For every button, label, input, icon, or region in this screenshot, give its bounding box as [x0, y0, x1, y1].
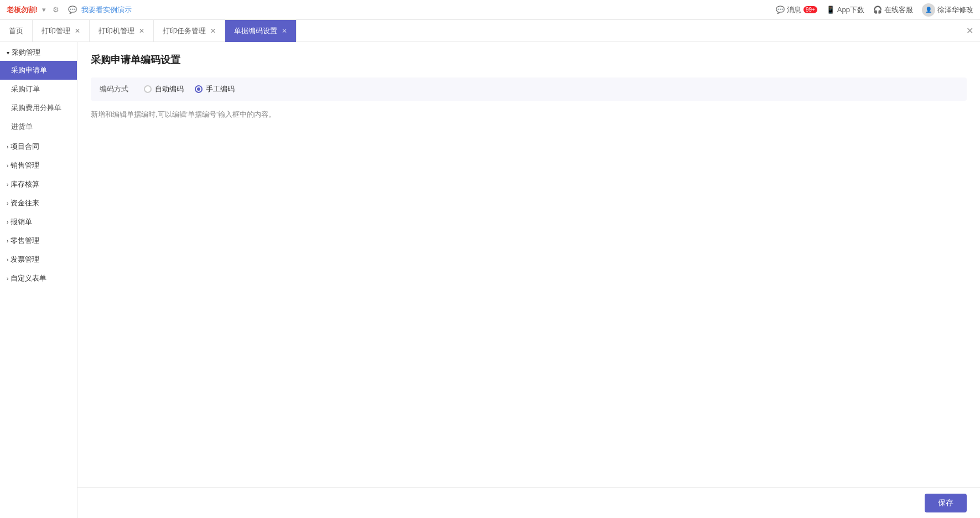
avatar: 👤: [922, 3, 935, 17]
encode-label: 编码方式: [100, 84, 128, 94]
page-body: 采购申请单编码设置 编码方式 自动编码 手工编码 新增和编辑单据编时,可以编辑'…: [77, 42, 980, 487]
tab-print-mgmt[interactable]: 打印管理 ✕: [33, 20, 90, 42]
online-service-label: 在线客服: [884, 5, 913, 15]
message-icon: 💬: [776, 6, 785, 14]
chevron-down-icon: ▾: [7, 50, 9, 56]
service-icon: 🎧: [873, 6, 882, 14]
user-profile[interactable]: 👤 徐泽华修改: [922, 3, 973, 17]
tab-print-task-mgmt[interactable]: 打印任务管理 ✕: [154, 20, 225, 42]
sidebar-group-capital[interactable]: › 资金往来: [0, 193, 77, 211]
radio-manual-label: 手工编码: [206, 84, 235, 94]
top-bar-left: 老板勿割! ▾ ⚙ 💬 我要看实例演示: [7, 5, 132, 15]
sidebar-group-capital-label: 资金往来: [11, 198, 39, 208]
main-content: 采购申请单编码设置 编码方式 自动编码 手工编码 新增和编辑单据编时,可以编辑'…: [77, 42, 980, 518]
sidebar-item-inbound[interactable]: 进货单: [0, 117, 77, 136]
chevron-right-icon-2: ›: [7, 163, 8, 169]
tab-single-code-setting[interactable]: 单据编码设置 ✕: [225, 20, 297, 42]
chevron-right-icon-4: ›: [7, 200, 8, 206]
save-button[interactable]: 保存: [925, 494, 967, 512]
sidebar-group-purchase-label: 采购管理: [12, 48, 40, 58]
radio-auto-circle: [144, 85, 152, 93]
radio-auto-label: 自动编码: [155, 84, 184, 94]
user-name: 徐泽华修改: [937, 5, 973, 15]
sidebar-group-sales-mgmt[interactable]: › 销售管理: [0, 155, 77, 174]
radio-auto-encode[interactable]: 自动编码: [144, 84, 184, 94]
encode-section: 编码方式 自动编码 手工编码: [91, 77, 967, 101]
online-service-action[interactable]: 🎧 在线客服: [873, 5, 913, 15]
sidebar-item-purchase-request[interactable]: 采购申请单: [0, 61, 77, 80]
sidebar-group-returns-label: 报销单: [11, 217, 32, 227]
sidebar-item-purchase-expense-label: 采购费用分摊单: [11, 103, 61, 112]
sidebar-group-custom-form-label: 自定义表单: [11, 273, 46, 283]
tab-single-code-setting-close[interactable]: ✕: [282, 27, 287, 35]
chevron-right-icon-3: ›: [7, 182, 8, 188]
chevron-right-icon-7: ›: [7, 257, 8, 263]
sidebar-group-sales-mgmt-label: 销售管理: [11, 160, 39, 170]
chevron-right-icon-6: ›: [7, 238, 8, 244]
tab-printer-mgmt[interactable]: 打印机管理 ✕: [90, 20, 154, 42]
sidebar-group-inventory-label: 库存核算: [11, 179, 39, 189]
sidebar-group-invoice-mgmt-label: 发票管理: [11, 255, 39, 265]
radio-manual-encode[interactable]: 手工编码: [195, 84, 235, 94]
tab-home[interactable]: 首页: [0, 20, 33, 42]
app-download-label: App下数: [837, 5, 864, 15]
radio-group: 自动编码 手工编码: [144, 84, 235, 94]
app-download-action[interactable]: 📱 App下数: [826, 5, 864, 15]
announcement-text[interactable]: 我要看实例演示: [81, 5, 132, 15]
message-action[interactable]: 💬 消息 99+: [776, 5, 817, 15]
sidebar-item-purchase-request-label: 采购申请单: [11, 66, 47, 74]
sidebar-group-custom-form[interactable]: › 自定义表单: [0, 268, 77, 287]
chevron-right-icon-8: ›: [7, 276, 8, 282]
message-badge: 99+: [803, 6, 817, 13]
sidebar-group-retail-mgmt-label: 零售管理: [11, 236, 39, 246]
sidebar-group-project-contract[interactable]: › 项目合同: [0, 136, 77, 155]
tab-print-task-mgmt-close[interactable]: ✕: [210, 27, 216, 35]
chevron-right-icon: ›: [7, 144, 8, 150]
sidebar-item-purchase-expense[interactable]: 采购费用分摊单: [0, 99, 77, 117]
announcement-icon: 💬: [68, 6, 77, 14]
top-bar: 老板勿割! ▾ ⚙ 💬 我要看实例演示 💬 消息 99+ 📱 App下数 🎧 在…: [0, 0, 980, 20]
app-icon: 📱: [826, 6, 835, 14]
dropdown-icon[interactable]: ▾: [42, 6, 46, 14]
tab-single-code-setting-label: 单据编码设置: [234, 26, 277, 36]
message-label: 消息: [787, 5, 801, 15]
top-bar-right: 💬 消息 99+ 📱 App下数 🎧 在线客服 👤 徐泽华修改: [776, 3, 973, 17]
close-all-tabs[interactable]: ✕: [960, 25, 980, 36]
page-title: 采购申请单编码设置: [91, 53, 967, 66]
tab-printer-mgmt-close[interactable]: ✕: [139, 27, 144, 35]
sidebar-group-inventory[interactable]: › 库存核算: [0, 174, 77, 193]
radio-manual-circle: [195, 85, 203, 93]
sidebar-item-inbound-label: 进货单: [11, 122, 33, 131]
hint-text: 新增和编辑单据编时,可以编辑'单据编号'输入框中的内容。: [91, 110, 967, 120]
page-footer: 保存: [77, 487, 980, 518]
settings-icon[interactable]: ⚙: [53, 6, 59, 14]
chevron-right-icon-5: ›: [7, 219, 8, 225]
tab-home-label: 首页: [9, 26, 23, 36]
sidebar-group-purchase: ▾ 采购管理 采购申请单 采购订单 采购费用分摊单 进货单: [0, 42, 77, 136]
sidebar-group-returns[interactable]: › 报销单: [0, 211, 77, 230]
sidebar-group-invoice-mgmt[interactable]: › 发票管理: [0, 249, 77, 268]
tab-print-mgmt-close[interactable]: ✕: [75, 27, 80, 35]
tab-bar: 首页 打印管理 ✕ 打印机管理 ✕ 打印任务管理 ✕ 单据编码设置 ✕ ✕: [0, 20, 980, 42]
tab-printer-mgmt-label: 打印机管理: [98, 26, 134, 36]
sidebar-item-purchase-order[interactable]: 采购订单: [0, 80, 77, 99]
tab-print-task-mgmt-label: 打印任务管理: [163, 26, 206, 36]
sidebar: ▾ 采购管理 采购申请单 采购订单 采购费用分摊单 进货单 › 项目合同 › 销…: [0, 42, 77, 518]
layout: ▾ 采购管理 采购申请单 采购订单 采购费用分摊单 进货单 › 项目合同 › 销…: [0, 42, 980, 518]
sidebar-group-purchase-title[interactable]: ▾ 采购管理: [0, 42, 77, 61]
logo-text: 老板勿割!: [7, 5, 38, 15]
sidebar-group-retail-mgmt[interactable]: › 零售管理: [0, 230, 77, 249]
tab-print-mgmt-label: 打印管理: [42, 26, 70, 36]
sidebar-group-project-contract-label: 项目合同: [11, 142, 39, 152]
sidebar-item-purchase-order-label: 采购订单: [11, 85, 40, 93]
